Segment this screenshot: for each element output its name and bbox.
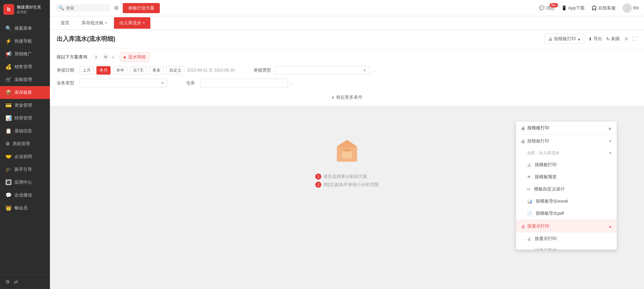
menu-footer-icon[interactable]: ⇄ bbox=[14, 279, 18, 285]
warehouse-field: 仓库 … bbox=[186, 79, 294, 87]
svg-rect-2 bbox=[342, 152, 352, 158]
tab-home[interactable]: 首页 bbox=[55, 17, 75, 29]
template-print-button[interactable]: 🖨 按模板打印 ▲ bbox=[545, 34, 584, 44]
sidebar-item-inventory[interactable]: 📦 库存核算 bbox=[0, 86, 50, 99]
dropdown-template-preview-item[interactable]: 👁 按模板预览 bbox=[516, 171, 617, 183]
sidebar-header: b 畅捷通好生意 标准版 bbox=[0, 0, 50, 19]
date-last7-button[interactable]: 近7天 bbox=[130, 66, 147, 75]
message-badge: 99+ bbox=[550, 3, 558, 7]
finance-nav-icon: 💳 bbox=[5, 102, 12, 108]
template-print-dropdown: 🖨 按模板打印 ▲ 🖨 按模板打印 ▼ bbox=[516, 121, 617, 250]
collapse-more-button[interactable]: ∧ 收起更多条件 bbox=[57, 91, 637, 102]
dropdown-template-section: 🖨 按模板打印 ▼ 当前：出入库流水 ▼ 🖨 按模板打印 bbox=[516, 135, 617, 220]
close-flow-tab-icon[interactable]: × bbox=[143, 21, 145, 25]
empty-tips: 1 请先选择要分析的方案 2 用[过滤]条件来缩小分析范围 bbox=[315, 174, 378, 190]
dropdown-template-print-item[interactable]: 🖨 按模板打印 bbox=[516, 159, 617, 171]
tabs-bar: 首页 库存批次账 × 出入库流水 × bbox=[50, 16, 644, 30]
corp-nav-icon: 🤝 bbox=[5, 154, 12, 160]
template-print-item-icon: 🖨 bbox=[527, 162, 531, 167]
chevron-up-icon: ▲ bbox=[577, 37, 581, 41]
gear-icon[interactable]: ⚙ bbox=[114, 5, 119, 11]
sidebar-item-sales[interactable]: 💰 销售管理 bbox=[0, 60, 50, 73]
template-excel-icon: 📊 bbox=[527, 199, 532, 204]
dropdown-display-section: 🖨 按显示打印 ▲ 🖨 按显示打印 👁 按显示预览 bbox=[516, 220, 617, 249]
date-this-month-button[interactable]: 本月 bbox=[96, 66, 111, 75]
settings-footer-icon[interactable]: ⚙ bbox=[5, 279, 10, 285]
search-input[interactable] bbox=[66, 6, 107, 10]
sidebar-item-wechat[interactable]: 💬 企业微信 bbox=[0, 189, 50, 202]
warehouse-select[interactable] bbox=[200, 79, 288, 87]
sidebar: b 畅捷通好生意 标准版 🔍 搜索菜单 ⚡ 快捷导航 📢 营销推广 💰 销售管理… bbox=[0, 0, 50, 289]
filter-row-2: 单据日期 上月 本月 本年 近7天 更多 自定义 2023-06-01 至 20… bbox=[57, 66, 637, 75]
sidebar-item-search[interactable]: 🔍 搜索菜单 bbox=[0, 22, 50, 35]
doc-type-label: 单据类型 bbox=[254, 68, 271, 73]
filter-actions: + ⚙ « bbox=[93, 54, 114, 60]
date-prev-month-button[interactable]: 上月 bbox=[80, 66, 94, 75]
close-batch-tab-icon[interactable]: × bbox=[105, 21, 107, 25]
template-section-chevron-icon: ▼ bbox=[609, 139, 612, 143]
message-button[interactable]: 💬 消息 99+ bbox=[539, 5, 555, 11]
warehouse-input-area: … bbox=[200, 79, 294, 87]
sales-nav-icon: 💰 bbox=[5, 64, 12, 70]
online-service-button[interactable]: 🎧 在线客服 bbox=[591, 5, 616, 11]
marketing-nav-icon: 📢 bbox=[5, 51, 12, 57]
warehouse-label: 仓库 bbox=[186, 80, 195, 86]
filter-chip[interactable]: ● 流水明细 bbox=[120, 52, 149, 62]
sidebar-item-finance[interactable]: 💳 资金管理 bbox=[0, 99, 50, 112]
vip-nav-icon: 👑 bbox=[5, 205, 12, 211]
display-section-header[interactable]: 🖨 按显示打印 ▲ bbox=[516, 220, 617, 233]
dropdown-template-custom-item[interactable]: ✏ 模板自定义设计 bbox=[516, 183, 617, 195]
sidebar-item-vip[interactable]: 👑 畅会员 bbox=[0, 202, 50, 214]
sidebar-nav: 🔍 搜索菜单 ⚡ 快捷导航 📢 营销推广 💰 销售管理 🛒 采购管理 📦 库存核… bbox=[0, 19, 50, 274]
sidebar-item-operation[interactable]: 📊 经营管理 bbox=[0, 112, 50, 125]
warehouse-more-icon[interactable]: … bbox=[289, 81, 294, 86]
dropdown-display-preview-item[interactable]: 👁 按显示预览 bbox=[516, 245, 617, 249]
dropdown-template-export-pdf-item[interactable]: 📄 按模板导出pdf bbox=[516, 207, 617, 219]
dropdown-display-print-item[interactable]: 🖨 按显示打印 bbox=[516, 233, 617, 245]
dropdown-template-export-excel-item[interactable]: 📊 按模板导出excel bbox=[516, 195, 617, 207]
filter-setting-button[interactable]: ⚙ bbox=[102, 54, 109, 60]
user-avatar-area[interactable]: Rit bbox=[622, 3, 639, 13]
expand-page-icon[interactable]: ⛶ bbox=[633, 36, 637, 42]
export-icon: ⬆ bbox=[588, 36, 592, 42]
sidebar-item-marketing[interactable]: 📢 营销推广 bbox=[0, 48, 50, 60]
display-section-icon: 🖨 bbox=[521, 224, 525, 229]
chevron-up-icon: ∧ bbox=[331, 95, 335, 100]
dropdown-scroll-area: 🖨 按模板打印 ▼ 当前：出入库流水 ▼ 🖨 按模板打印 bbox=[516, 135, 617, 249]
operation-nav-icon: 📊 bbox=[5, 115, 12, 121]
sidebar-item-apps[interactable]: 🔳 应用中心 bbox=[0, 176, 50, 189]
sidebar-item-purchase[interactable]: 🛒 采购管理 bbox=[0, 73, 50, 86]
template-section-header[interactable]: 🖨 按模板打印 ▼ bbox=[516, 135, 617, 148]
add-filter-button[interactable]: + bbox=[93, 54, 99, 60]
date-more-button[interactable]: 更多 bbox=[149, 66, 164, 75]
doc-type-select[interactable]: ▼ bbox=[275, 66, 370, 75]
refresh-button[interactable]: ↻ 刷新 bbox=[606, 36, 620, 42]
filter-label: 按以下方案查询 bbox=[57, 54, 87, 60]
doc-type-more-icon[interactable]: … bbox=[372, 68, 376, 73]
industry-solution-button[interactable]: 体验行业方案 bbox=[123, 3, 160, 13]
chip-icon: ● bbox=[123, 54, 126, 60]
doc-type-chevron-icon: ▼ bbox=[363, 69, 367, 72]
close-page-icon[interactable]: ✕ bbox=[624, 36, 628, 42]
export-button[interactable]: ⬆ 导出 bbox=[588, 36, 602, 42]
sidebar-item-quick[interactable]: ⚡ 快捷导航 bbox=[0, 35, 50, 48]
date-custom-button[interactable]: 自定义 bbox=[166, 66, 184, 75]
sidebar-item-guide[interactable]: 🎓 新手引导 bbox=[0, 163, 50, 176]
empty-tip-2: 2 用[过滤]条件来缩小分析范围 bbox=[315, 182, 378, 188]
doc-type-field: 单据类型 ▼ … bbox=[254, 66, 376, 75]
tab-batch[interactable]: 库存批次账 × bbox=[76, 17, 113, 29]
collapse-filter-button[interactable]: « bbox=[112, 54, 114, 60]
purchase-nav-icon: 🛒 bbox=[5, 77, 12, 83]
tab-flow[interactable]: 出入库流水 × bbox=[114, 17, 150, 29]
dropdown-chevron-up-icon[interactable]: ▲ bbox=[608, 126, 612, 131]
search-nav-icon: 🔍 bbox=[5, 25, 12, 31]
sidebar-item-system[interactable]: ⚙ 系统管理 bbox=[0, 137, 50, 150]
sidebar-item-corp[interactable]: 🤝 企业协同 bbox=[0, 150, 50, 163]
date-this-year-button[interactable]: 本年 bbox=[113, 66, 127, 75]
business-type-select[interactable]: ▼ bbox=[80, 79, 167, 87]
app-download-button[interactable]: 📱 App下载 bbox=[561, 5, 585, 11]
date-field-label: 单据日期 bbox=[57, 67, 74, 73]
sidebar-item-basic[interactable]: 📋 基础信息 bbox=[0, 125, 50, 137]
topbar-right: 💬 消息 99+ 📱 App下载 🎧 在线客服 Rit bbox=[539, 3, 639, 13]
topbar-search-box[interactable]: 🔍 bbox=[55, 4, 110, 12]
